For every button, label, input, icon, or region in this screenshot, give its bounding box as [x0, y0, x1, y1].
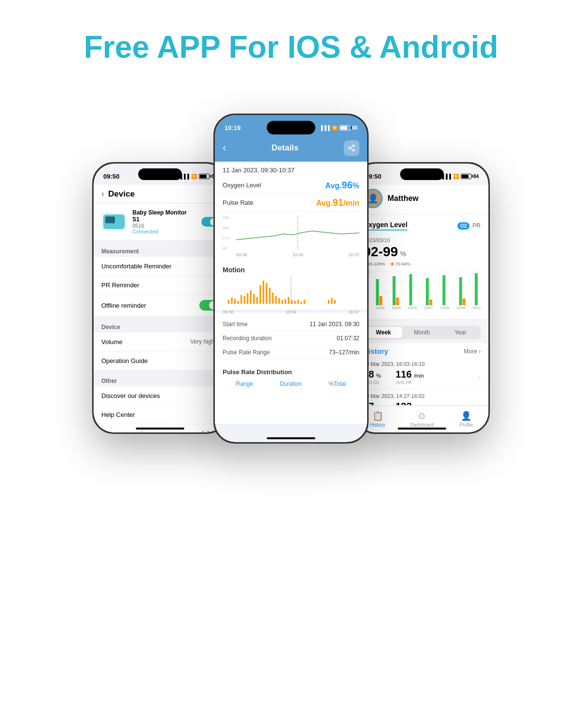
pr-label-1: AVG.PR — [395, 380, 424, 385]
svg-rect-47 — [409, 274, 412, 305]
right-phone-screen: 09:50 ▐▐▐ 🛜 84 👤 Matthew — [356, 164, 488, 432]
firmware-version-label: Firmware version — [101, 430, 150, 433]
time-range-tabs: Week Month Year — [363, 326, 481, 339]
dashboard-tab-icon: ⊙ — [418, 411, 425, 421]
offline-reminder-label: Offline reminder — [101, 302, 146, 309]
oxygen-avg-value: Avg.96% — [325, 180, 359, 191]
svg-rect-8 — [234, 299, 236, 304]
svg-text:03/05: 03/05 — [392, 306, 401, 310]
svg-rect-10 — [241, 295, 242, 304]
center-phone: 10:19 ▐▐▐ 🛜 88 ‹ Details — [213, 114, 369, 444]
chart-x-start: 09:30 — [236, 252, 247, 257]
device-list: Volume Very high › Operation Guide › — [94, 332, 226, 370]
motion-label: Motion — [215, 262, 367, 276]
other-list: Discover our devices › Help Center › Fir… — [94, 386, 226, 432]
details-title: Details — [272, 143, 299, 153]
svg-text:03/09: 03/09 — [457, 306, 466, 310]
svg-rect-48 — [426, 278, 429, 305]
chart-y-40: 40 — [223, 246, 236, 250]
time-left: 09:50 — [103, 173, 119, 180]
history-date-2: 10 Mar 2023, 14:27-16:02 — [363, 393, 481, 399]
more-link[interactable]: More › — [464, 348, 481, 355]
tab-dashboard[interactable]: ⊙ Dashboard — [400, 411, 444, 428]
oxygen-level-row: Oxygen Level Avg.96% — [215, 177, 367, 194]
status-icons-left: ▐▐▐ 🛜 84 — [179, 174, 217, 179]
svg-point-2 — [353, 149, 355, 151]
pr-range-value: 73–127/min — [329, 349, 359, 356]
svg-rect-52 — [463, 298, 466, 305]
section-measurement: Measurement — [94, 243, 226, 257]
oxygen-chart-area: 250 180 110 40 09:30 — [215, 212, 367, 262]
volume-item[interactable]: Volume Very high › — [94, 332, 226, 351]
wifi-icon-center: 🛜 — [332, 125, 338, 131]
operation-guide-item[interactable]: Operation Guide › — [94, 351, 226, 370]
svg-point-1 — [349, 147, 351, 149]
right-phone: 09:50 ▐▐▐ 🛜 84 👤 Matthew — [354, 162, 490, 434]
svg-rect-19 — [269, 288, 270, 304]
share-icon[interactable] — [344, 140, 359, 156]
stat-recording: Recording duration 01:07:32 — [223, 331, 359, 346]
svg-rect-22 — [278, 298, 280, 304]
back-button-center[interactable]: ‹ — [223, 142, 226, 154]
svg-point-0 — [353, 145, 355, 147]
user-header: 👤 Matthew — [356, 185, 488, 215]
dynamic-island-right — [400, 168, 444, 180]
o2-unit-1: % — [376, 373, 381, 379]
pr-reminder-item[interactable]: PR Reminder › — [94, 276, 226, 295]
svg-rect-27 — [294, 301, 296, 304]
tab-month[interactable]: Month — [403, 327, 441, 338]
tab-profile[interactable]: 👤 Profile — [444, 411, 488, 428]
home-indicator-left — [136, 428, 184, 430]
help-center-item[interactable]: Help Center › — [94, 405, 226, 424]
uncomfortable-reminder-item[interactable]: Uncomfortable Reminder › — [94, 257, 226, 276]
device-image — [101, 213, 127, 231]
left-phone-screen: 09:50 ▐▐▐ 🛜 84 ‹ Device — [94, 164, 226, 432]
svg-rect-25 — [288, 297, 289, 304]
history-item-1[interactable]: 10 Mar 2023, 16:03-16:10 98 % AVG.O2 116… — [356, 357, 488, 389]
svg-rect-49 — [429, 299, 432, 305]
back-button-left[interactable]: ‹ — [101, 189, 104, 199]
svg-rect-12 — [247, 293, 248, 304]
recording-value: 01:07:32 — [337, 335, 359, 342]
start-time-value: 11 Jan 2023, 09:30 — [309, 321, 359, 328]
pr-range-label: Pulse Rate Range — [223, 349, 270, 356]
svg-rect-18 — [266, 283, 267, 304]
dist-duration: Duration — [280, 381, 302, 387]
details-date: 11 Jan 2023, 09:30-10:37 — [215, 162, 367, 177]
device-card: Baby Sleep Monitor S1 0516 Connected — [94, 203, 226, 243]
svg-rect-32 — [331, 298, 332, 304]
battery-center — [340, 125, 350, 131]
svg-text:03/04: 03/04 — [376, 306, 385, 310]
svg-rect-15 — [256, 297, 258, 304]
stat-start-time: Start time 11 Jan 2023, 09:30 — [223, 317, 359, 331]
discover-devices-item[interactable]: Discover our devices › — [94, 386, 226, 405]
svg-rect-46 — [396, 298, 399, 305]
stats-section: Start time 11 Jan 2023, 09:30 Recording … — [215, 310, 367, 364]
offline-reminder-item[interactable]: Offline reminder — [94, 295, 226, 316]
tab-week[interactable]: Week — [364, 327, 403, 338]
dashboard-tab-label: Dashboard — [410, 422, 434, 428]
dist-cols: Range Duration %Total — [215, 378, 367, 390]
device-connected: Connected — [132, 229, 195, 234]
history-tab-icon: 📋 — [372, 411, 383, 421]
svg-rect-14 — [253, 294, 255, 304]
status-icons-center: ▐▐▐ 🛜 88 — [320, 125, 357, 131]
recording-label: Recording duration — [223, 335, 272, 342]
pulse-value: 91 — [333, 197, 343, 208]
tab-year[interactable]: Year — [441, 327, 480, 338]
svg-rect-17 — [262, 281, 264, 304]
dist-total: %Total — [328, 381, 346, 387]
svg-line-3 — [351, 149, 353, 150]
profile-tab-label: Profile — [459, 422, 473, 428]
history-date-1: 10 Mar 2023, 16:03-16:10 — [363, 361, 481, 367]
chart-x-end: 10:37 — [348, 252, 359, 257]
history-stats-1: 98 % AVG.O2 116 /min AVG.PR — [363, 369, 424, 385]
user-name: Matthew — [388, 194, 419, 203]
battery-right — [461, 174, 471, 179]
center-phone-screen: 10:19 ▐▐▐ 🛜 88 ‹ Details — [215, 115, 367, 442]
monitor-icon — [103, 215, 125, 229]
device-id: 0516 — [132, 223, 195, 229]
legend-row: 95-100% 70-94% — [363, 262, 481, 266]
firmware-version-value: 1.2.0 — [202, 430, 215, 432]
discover-devices-label: Discover our devices — [101, 392, 160, 399]
